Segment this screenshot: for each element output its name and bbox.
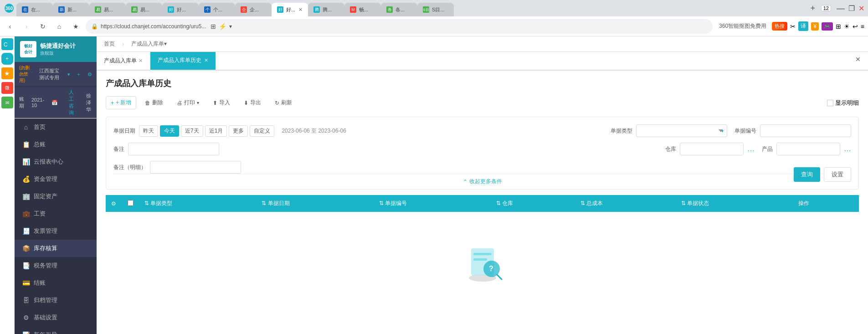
print-dropdown-icon[interactable]: ▾ xyxy=(197,100,199,105)
sidebar-item-new-doc[interactable]: 📝 新年引导 xyxy=(15,326,97,334)
browser-tab-5[interactable]: 好 好... xyxy=(162,3,199,16)
browser-tab-4[interactable]: 易 易... xyxy=(126,3,162,16)
th-voucher-status[interactable]: ⇅ 单据状态 xyxy=(676,195,793,212)
more-icon[interactable]: ≡ xyxy=(861,23,864,30)
browser-tab-1[interactable]: 在 在... xyxy=(16,3,53,16)
date-btn-yesterday[interactable]: 昨天 xyxy=(139,125,158,137)
browser-tab-12[interactable]: S目 S目... xyxy=(417,3,454,16)
sidebar-item-tax[interactable]: 📑 税务管理 xyxy=(15,257,97,274)
warehouse-input[interactable] xyxy=(680,143,744,155)
th-voucher-date[interactable]: ⇅ 单据日期 xyxy=(256,195,373,212)
search-button[interactable]: 查询 xyxy=(794,167,820,182)
select-all-checkbox[interactable] xyxy=(128,200,134,206)
dropdown-arrow-icon[interactable]: ▾ xyxy=(67,72,70,77)
refresh-button[interactable]: ↻ xyxy=(36,20,49,33)
theme-icon[interactable]: ☀ xyxy=(844,23,850,30)
settings-col-icon[interactable]: ⚙ xyxy=(111,200,116,207)
sidebar-item-basic[interactable]: ⚙ 基础设置 xyxy=(15,309,97,326)
th-total-cost[interactable]: ⇅ 总成本 xyxy=(575,195,676,212)
lightning-icon[interactable]: ⚡ xyxy=(219,23,226,30)
page-tab-1-close-icon[interactable]: ✕ xyxy=(139,58,143,64)
settings-icon[interactable]: ⚙ xyxy=(87,72,92,77)
currency-icon[interactable]: ¥ xyxy=(811,22,819,31)
import-button[interactable]: ⬆ 导入 xyxy=(208,96,235,109)
th-voucher-type[interactable]: ⇅ 单据类型 xyxy=(139,195,256,212)
teal-app-icon[interactable]: + xyxy=(1,53,13,65)
show-cols-checkbox[interactable] xyxy=(827,100,833,106)
sidebar-item-inventory[interactable]: 📦 库存核算 xyxy=(15,240,97,257)
print-button[interactable]: 🖨 打印 ▾ xyxy=(172,96,204,109)
tab-counter[interactable]: 12 xyxy=(821,5,831,11)
show-cols-toggle[interactable]: 显示明细 xyxy=(827,99,859,107)
apps-icon[interactable]: ⊞ xyxy=(836,23,841,30)
sidebar-item-fixed-assets[interactable]: 🏢 固定资产 xyxy=(15,188,97,205)
sidebar-item-payroll[interactable]: 💼 工资 xyxy=(15,205,97,222)
breadcrumb-home[interactable]: 首页 xyxy=(97,36,122,51)
settings-button[interactable]: 设置 xyxy=(824,167,851,182)
date-btn-7days[interactable]: 近7天 xyxy=(181,125,203,137)
email-icon[interactable]: ✉ xyxy=(1,97,13,108)
detail-remark-input[interactable] xyxy=(150,161,241,174)
breadcrumb-voucher[interactable]: 产成品入库单▾ xyxy=(124,36,174,51)
sidebar-item-archive[interactable]: 🗄 归档管理 xyxy=(15,292,97,309)
th-settings[interactable]: ⚙ xyxy=(106,195,122,212)
sidebar-item-invoice[interactable]: 🧾 发票管理 xyxy=(15,222,97,240)
voucher-type-select[interactable] xyxy=(636,124,727,137)
browser-tab-2[interactable]: 新 新... xyxy=(53,3,89,16)
date-btn-more[interactable]: 更多 xyxy=(229,125,248,137)
page-tab-2-close-icon[interactable]: ✕ xyxy=(204,57,208,63)
refresh-button[interactable]: ↻ 刷新 xyxy=(270,96,297,109)
delete-button[interactable]: 🗑 删除 xyxy=(140,96,168,109)
minimize-icon[interactable]: — xyxy=(837,4,845,13)
browser-tab-3[interactable]: 易 易... xyxy=(89,3,126,16)
scissors-icon[interactable]: ✂ xyxy=(790,23,796,30)
product-input[interactable] xyxy=(776,143,840,155)
sidebar-item-checkout[interactable]: 💳 结账 xyxy=(15,274,97,292)
game-icon[interactable]: 🎮 xyxy=(822,22,833,31)
chanjet-icon[interactable]: C xyxy=(1,38,13,50)
grid-icon[interactable]: ⊞ xyxy=(211,23,216,30)
browser-logo[interactable]: 360 xyxy=(4,3,15,14)
tab-8-close-icon[interactable]: ✕ xyxy=(298,7,303,13)
voucher-no-input[interactable] xyxy=(760,124,851,137)
sidebar-item-reports[interactable]: 📊 云报表中心 xyxy=(15,153,97,170)
date-btn-1month[interactable]: 近1月 xyxy=(205,125,227,137)
date-btn-today[interactable]: 今天 xyxy=(160,125,179,137)
page-tab-2[interactable]: 产成品入库单历史 ✕ xyxy=(150,52,216,70)
page-tab-1[interactable]: 产成品入库单 ✕ xyxy=(97,52,150,69)
export-button[interactable]: ⬇ 导出 xyxy=(239,96,266,109)
close-panel-button[interactable]: ✕ xyxy=(848,52,868,70)
undo-icon[interactable]: ↩ xyxy=(853,23,858,30)
restore-icon[interactable]: ❐ xyxy=(848,4,855,13)
address-bar[interactable]: 🔒 https://cloud.chanjet.com/accounting/u… xyxy=(86,19,713,34)
back-button[interactable]: ‹ xyxy=(4,20,16,33)
browser-tab-6[interactable]: 个 个... xyxy=(199,3,235,16)
product-more-icon[interactable]: … xyxy=(844,145,851,153)
browser-tab-10[interactable]: M 畅... xyxy=(344,3,381,16)
dropdown-arrow-icon[interactable]: ▾ xyxy=(229,23,232,30)
home-button[interactable]: ⌂ xyxy=(53,20,66,33)
star-icon[interactable]: ★ xyxy=(1,67,13,79)
browser-tab-9[interactable]: 腾 腾... xyxy=(308,3,344,16)
close-icon[interactable]: ✕ xyxy=(858,4,864,13)
sidebar-item-home[interactable]: ⌂ 首页 xyxy=(15,118,97,136)
browser-tab-8-active[interactable]: 好 好... ✕ xyxy=(272,3,308,16)
calendar-icon[interactable]: 📅 xyxy=(51,100,58,106)
user-consult-btn[interactable]: 人工咨询 xyxy=(69,89,77,116)
hot-search-badge[interactable]: 热搜 xyxy=(772,22,787,31)
translate-icon[interactable]: 译 xyxy=(798,21,808,31)
th-warehouse[interactable]: ⇅ 仓库 xyxy=(491,195,575,212)
new-tab-button[interactable]: + xyxy=(806,2,819,15)
new-button[interactable]: + + 新增 xyxy=(106,96,136,109)
forward-button[interactable]: › xyxy=(20,20,33,33)
bookmark-button[interactable]: ★ xyxy=(69,20,82,33)
browser-tab-7[interactable]: 企 企... xyxy=(235,3,272,16)
search-box[interactable]: 360智能抠图免费用 xyxy=(716,22,769,30)
date-btn-custom[interactable]: 自定义 xyxy=(250,125,274,137)
remark-input[interactable] xyxy=(128,143,219,155)
th-checkbox[interactable] xyxy=(122,195,139,212)
add-account-icon[interactable]: + xyxy=(77,72,80,77)
warehouse-more-icon[interactable]: … xyxy=(747,145,755,153)
sidebar-item-ledger[interactable]: 📋 总账 xyxy=(15,136,97,153)
browser-tab-11[interactable]: 各 各... xyxy=(381,3,417,16)
